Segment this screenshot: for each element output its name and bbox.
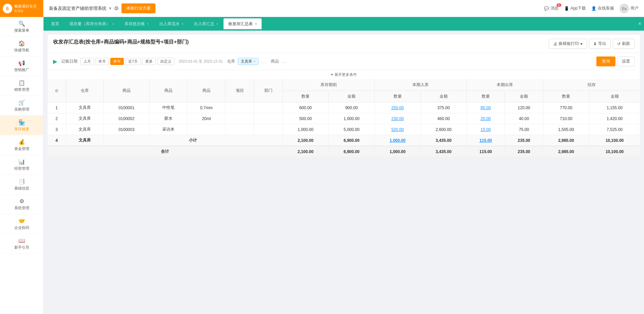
row-opening-amt: 900.00 <box>329 102 375 113</box>
goods-filter-section: 商品 ... <box>271 59 287 64</box>
expand-conditions-button[interactable]: ▾ 展开更多条件 <box>331 72 357 77</box>
tab-close-batch-account[interactable]: × <box>147 22 149 26</box>
close-all-tabs-button[interactable]: × <box>638 21 641 27</box>
export-icon: ⬇ <box>593 42 597 46</box>
sidebar-logo: 6 畅捷通好生意 标准版 <box>0 0 43 17</box>
sidebar-item-base-info[interactable]: 📑基础信息 <box>0 175 43 195</box>
system-dropdown[interactable]: ▾ <box>109 6 111 11</box>
row-out-qty[interactable]: 80.00 <box>466 102 505 113</box>
subtotal-in-qty[interactable]: 1,000.00 <box>375 135 420 146</box>
row-goods-name: 中性笔 <box>149 102 187 113</box>
date-btn-近7天[interactable]: 近7天 <box>125 58 141 65</box>
sidebar-item-guide[interactable]: 📖新手引导 <box>0 234 43 254</box>
row-in-qty[interactable]: 250.00 <box>375 102 420 113</box>
total-in-amt: 3,435.00 <box>420 146 466 157</box>
main-content: 装备及固定资产辅助管理系统 ▾ ⚙ 体验行业方案 💬 消息 6 📱 App下载 … <box>44 0 644 314</box>
date-btn-自定义[interactable]: 自定义 <box>157 58 175 65</box>
row-balance-qty: 710.00 <box>543 113 589 124</box>
settings-icon[interactable]: ⚙ <box>114 5 119 12</box>
sidebar-item-marketing[interactable]: 📢营销推广 <box>0 56 43 76</box>
online-service-item[interactable]: 👤 在线客服 <box>591 5 614 11</box>
online-service-label: 在线客服 <box>598 5 614 11</box>
tab-inout-summary[interactable]: 出入库汇总× <box>189 18 223 29</box>
row-in-qty[interactable]: 230.00 <box>375 113 420 124</box>
app-download-item[interactable]: 📱 App下载 <box>564 5 586 11</box>
sidebar-item-operations[interactable]: 📊经营管理 <box>0 155 43 175</box>
row-out-amt: 40.00 <box>505 113 543 124</box>
tab-label-inout-summary: 出入库汇总 <box>194 21 214 27</box>
goods-filter-label: 商品 <box>271 59 279 64</box>
demo-button[interactable]: 体验行业方案 <box>121 3 155 13</box>
total-balance-qty: 2,985.00 <box>543 146 589 157</box>
warehouse-filter-dots[interactable]: ... <box>261 59 267 64</box>
date-btn-上月[interactable]: 上月 <box>80 58 94 65</box>
subtotal-out-amt: 235.00 <box>505 135 543 146</box>
app-badge: 标准版 <box>14 9 37 13</box>
sidebar-item-system[interactable]: ⚙系统管理 <box>0 195 43 214</box>
total-row: 合计 2,100.00 6,900.00 1,000.00 3,435.00 1… <box>48 146 640 157</box>
tab-inventory-dist[interactable]: 现存量（库存分布表）× <box>65 18 119 29</box>
row-index: 3 <box>48 124 66 135</box>
date-btn-本月[interactable]: 本月 <box>95 58 109 65</box>
tab-batch-account[interactable]: 库存批次账× <box>120 18 154 29</box>
date-btn-更多[interactable]: 更多 <box>142 58 156 65</box>
row-warehouse: 文具库 <box>66 102 103 113</box>
print-button[interactable]: 🖨 换模板打印 ▾ <box>549 39 587 49</box>
topbar-right: 💬 消息 6 📱 App下载 👤 在线客服 Ea 用户 <box>544 4 639 13</box>
th-out-group: 本期出库 <box>466 79 543 91</box>
tab-close-receipt-summary[interactable]: × <box>255 22 257 26</box>
subtotal-index: 4 <box>48 135 66 146</box>
export-button[interactable]: ⬇ 导出 <box>589 39 611 49</box>
sidebar-item-label-enterprise: 企业协同 <box>14 225 29 230</box>
subtotal-in-amt: 3,435.00 <box>420 135 466 146</box>
th-settings[interactable]: ⚙ <box>48 79 66 102</box>
th-in-amt: 金额 <box>420 91 466 102</box>
messages-item[interactable]: 💬 消息 6 <box>544 5 559 11</box>
row-in-qty[interactable]: 520.00 <box>375 124 420 135</box>
refresh-button[interactable]: ↺ 刷新 <box>613 39 634 49</box>
sidebar-item-enterprise[interactable]: 🤝企业协同 <box>0 214 43 234</box>
sidebar-item-finance[interactable]: 💰资金管理 <box>0 135 43 155</box>
tab-label-inout-flow: 出入库流水 <box>159 21 180 27</box>
sidebar-item-purchase[interactable]: 🛒采购管理 <box>0 96 43 116</box>
warehouse-tag[interactable]: 文具库 × <box>238 58 259 65</box>
th-goods-code: 商品 <box>103 79 149 102</box>
row-warehouse: 文具库 <box>66 113 103 124</box>
subtotal-out-qty[interactable]: 115.00 <box>466 135 505 146</box>
chevron-down-icon: ▾ <box>580 42 582 46</box>
total-label: 合计 <box>48 146 282 157</box>
subtotal-opening-qty: 2,100.00 <box>282 135 328 146</box>
tab-close-inout-summary[interactable]: × <box>216 22 218 26</box>
date-btn-本年[interactable]: 本年 <box>110 58 124 65</box>
query-button[interactable]: 查询 <box>596 56 615 66</box>
row-dept <box>254 102 283 113</box>
tab-home[interactable]: 首页 <box>46 18 64 29</box>
sidebar-item-sales[interactable]: 📋销售管理 <box>0 76 43 96</box>
tab-close-inout-flow[interactable]: × <box>182 22 184 26</box>
expand-arrow-icon[interactable]: ▶ <box>53 58 57 65</box>
row-out-qty[interactable]: 15.00 <box>466 124 505 135</box>
filter-bar: ▶ 记账日期 上月本月本年近7天更多自定义 2023-01-01 至 2023-… <box>48 53 640 70</box>
tab-receipt-summary[interactable]: 收发存汇总表× <box>224 18 262 29</box>
topbar: 装备及固定资产辅助管理系统 ▾ ⚙ 体验行业方案 💬 消息 6 📱 App下载 … <box>44 0 644 17</box>
inventory-icon: 🏪 <box>18 119 25 126</box>
row-out-qty[interactable]: 20.00 <box>466 113 505 124</box>
warehouse-filter-section: 仓库 文具库 × ... <box>227 58 267 65</box>
settings-button[interactable]: 设置 <box>617 56 634 66</box>
goods-filter-dots[interactable]: ... <box>282 59 287 64</box>
sidebar-item-label-marketing: 营销推广 <box>14 67 29 72</box>
sidebar-item-search[interactable]: 🔍搜索菜单 <box>0 17 43 37</box>
tab-close-inventory-dist[interactable]: × <box>112 22 114 26</box>
sidebar-nav: 🔍搜索菜单🏠快捷导航📢营销推广📋销售管理🛒采购管理🏪库存核算💰资金管理📊经营管理… <box>0 17 43 314</box>
warehouse-tag-close-icon[interactable]: × <box>253 60 255 63</box>
user-item[interactable]: Ea 用户 <box>620 4 639 13</box>
row-project <box>226 102 254 113</box>
sidebar-item-inventory[interactable]: 🏪库存核算 <box>0 116 43 135</box>
subtotal-balance-qty: 2,985.00 <box>543 135 589 146</box>
mobile-icon: 📱 <box>564 6 569 11</box>
sidebar-item-quick-nav[interactable]: 🏠快捷导航 <box>0 37 43 56</box>
total-out-amt: 235.00 <box>505 146 543 157</box>
th-balance-group: 结存 <box>543 79 640 91</box>
th-out-amt: 金额 <box>505 91 543 102</box>
tab-inout-flow[interactable]: 出入库流水× <box>154 18 188 29</box>
